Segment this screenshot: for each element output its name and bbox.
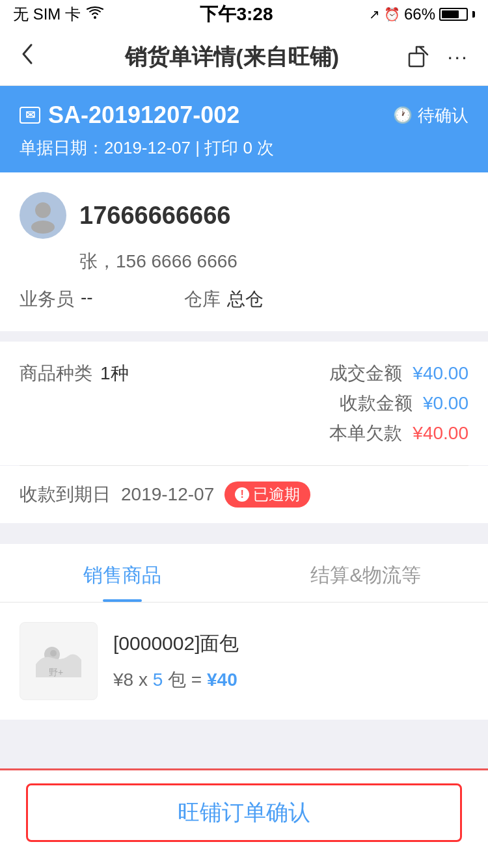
product-type-value: 1种 — [100, 361, 129, 386]
price-total: ¥40 — [207, 670, 237, 690]
divider-2 — [0, 523, 488, 534]
order-id-icon: ✉ — [20, 107, 40, 124]
due-value: ¥40.00 — [413, 423, 468, 444]
customer-meta: 业务员 -- 仓库 总仓 — [20, 287, 468, 312]
tab-settlement[interactable]: 结算&物流等 — [244, 544, 488, 602]
overdue-icon: ! — [235, 487, 249, 502]
customer-phone: 17666666666 — [79, 202, 230, 230]
more-button[interactable]: ··· — [447, 45, 468, 69]
due-date-section: 收款到期日 2019-12-07 ! 已逾期 — [0, 466, 488, 523]
page-title: 销货单详情(来自旺铺) — [125, 42, 339, 72]
confirm-order-button[interactable]: 旺铺订单确认 — [26, 783, 462, 842]
product-info: [0000002]面包 ¥8 x 5 包 = ¥40 — [113, 631, 239, 692]
summary-right: 成交金额 ¥40.00 收款金额 ¥0.00 本单欠款 ¥40.00 — [329, 361, 468, 446]
back-button[interactable] — [20, 41, 59, 73]
avatar — [20, 192, 66, 239]
warehouse-item: 仓库 总仓 — [184, 287, 264, 312]
product-thumbnail: 野+ — [20, 622, 98, 700]
confirm-btn-container: 旺铺订单确认 — [0, 768, 488, 868]
svg-point-0 — [94, 16, 96, 19]
product-item: 野+ [0000002]面包 ¥8 x 5 包 = ¥40 — [0, 603, 488, 720]
salesperson-item: 业务员 -- — [20, 287, 93, 312]
status-bar: 无 SIM 卡 下午3:28 ↗ ⏰ 66% — [0, 0, 488, 29]
clock-icon: 🕐 — [393, 106, 413, 124]
received-label: 收款金额 — [340, 391, 413, 416]
qty: 5 — [153, 670, 163, 690]
battery-tip — [472, 11, 475, 18]
carrier-text: 无 SIM 卡 — [13, 4, 81, 25]
deal-amount-value: ¥40.00 — [413, 363, 468, 384]
order-status: 🕐 待确认 — [393, 104, 468, 127]
status-carrier-wifi: 无 SIM 卡 — [13, 4, 104, 25]
svg-rect-1 — [409, 53, 424, 66]
summary-left: 商品种类 1种 — [20, 361, 129, 388]
deal-amount-label: 成交金额 — [329, 361, 402, 386]
overdue-text: 已逾期 — [253, 484, 300, 505]
overdue-badge: ! 已逾期 — [224, 481, 310, 508]
tabs-row: 销售商品 结算&物流等 — [0, 544, 488, 603]
nav-bar: 销货单详情(来自旺铺) ··· — [0, 29, 488, 86]
status-time: 下午3:28 — [200, 2, 273, 27]
tabs-section: 销售商品 结算&物流等 野+ [0000002]面包 ¥8 x 5 包 = — [0, 544, 488, 720]
nav-actions: ··· — [405, 43, 468, 72]
due-label: 本单欠款 — [329, 421, 402, 446]
svg-point-3 — [35, 202, 51, 218]
product-thumb-svg: 野+ — [33, 642, 85, 681]
salesperson-label: 业务员 — [20, 287, 74, 312]
battery-percent: 66% — [404, 5, 435, 23]
customer-name: 张，156 6666 6666 — [79, 249, 468, 274]
product-name: [0000002]面包 — [113, 631, 239, 657]
location-icon: ↗ — [369, 7, 380, 22]
alarm-icon: ⏰ — [384, 7, 400, 22]
salesperson-value: -- — [81, 287, 93, 312]
svg-point-6 — [50, 650, 57, 657]
svg-point-4 — [31, 221, 55, 234]
product-price-row: ¥8 x 5 包 = ¥40 — [113, 668, 239, 692]
battery-icon — [439, 8, 468, 21]
divider-1 — [0, 331, 488, 342]
tab-indicator — [103, 599, 142, 602]
share-button[interactable] — [405, 43, 434, 72]
product-type-label: 商品种类 — [20, 361, 92, 386]
warehouse-value: 总仓 — [227, 287, 264, 312]
svg-text:野+: 野+ — [49, 667, 63, 677]
tab-sales-goods[interactable]: 销售商品 — [0, 544, 244, 602]
status-icons: ↗ ⏰ 66% — [369, 5, 475, 23]
customer-section: 17666666666 张，156 6666 6666 业务员 -- 仓库 总仓 — [0, 172, 488, 331]
summary-section: 商品种类 1种 成交金额 ¥40.00 收款金额 ¥0.00 本单欠款 ¥40.… — [0, 342, 488, 465]
wifi-icon — [86, 5, 104, 23]
due-date-label: 收款到期日 — [20, 482, 111, 507]
order-header: ✉ SA-20191207-002 🕐 待确认 单据日期：2019-12-07 … — [0, 86, 488, 172]
received-value: ¥0.00 — [423, 393, 468, 414]
order-id: ✉ SA-20191207-002 — [20, 102, 239, 129]
unit-price: ¥8 — [113, 670, 133, 690]
warehouse-label: 仓库 — [184, 287, 221, 312]
due-date-value: 2019-12-07 — [121, 484, 214, 505]
order-date: 单据日期：2019-12-07 | 打印 0 次 — [20, 137, 468, 159]
